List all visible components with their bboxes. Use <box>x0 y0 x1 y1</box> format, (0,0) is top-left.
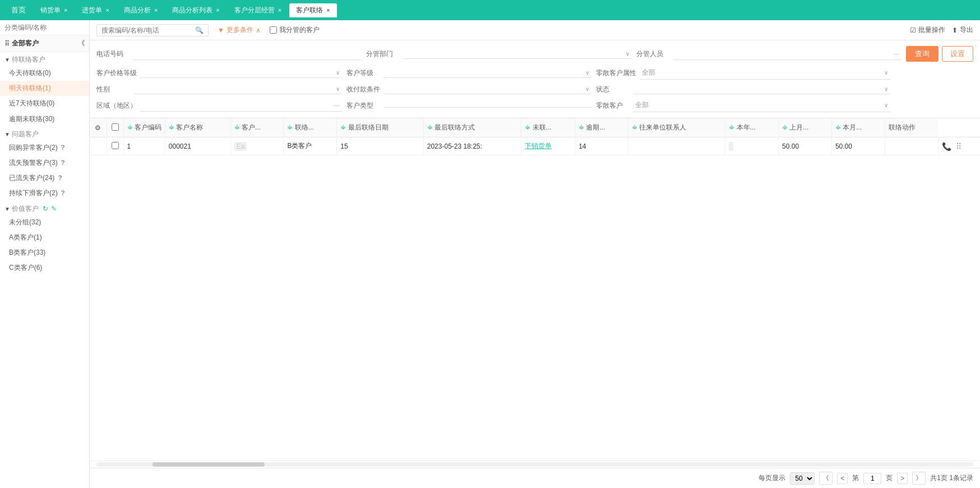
row-last-month: 50.00 <box>831 137 885 155</box>
all-customers-title[interactable]: ⠿ 全部客户 《 <box>0 35 89 52</box>
sort-icon-5: ≑ <box>340 123 346 131</box>
filter-row-1: 电话号码 分管部门 ∨ 分管人员 ··· <box>96 46 973 62</box>
nav-item-purchase[interactable]: 进货单 × <box>75 3 115 17</box>
last-contact-link[interactable]: 下销货单 <box>525 142 552 150</box>
triangle-icon-2: ▼ <box>4 131 10 137</box>
cust-type-select[interactable] <box>383 104 592 108</box>
nav-item-analysis[interactable]: 商品分析 × <box>117 3 164 17</box>
select-all-checkbox[interactable] <box>112 123 119 131</box>
nav-item-customer-contact[interactable]: 客户联络 × <box>289 3 336 17</box>
search-box: 🔍 <box>96 24 209 36</box>
manager-ellipsis-icon[interactable]: ··· <box>894 50 899 58</box>
first-page-btn[interactable]: 《 <box>819 472 833 485</box>
nav-item-customer-tier[interactable]: 客户分层经营 × <box>228 3 288 17</box>
price-level-select[interactable]: ∨ <box>140 68 342 78</box>
region-select[interactable]: ··· <box>140 100 342 112</box>
status-select[interactable]: ∨ <box>633 84 890 94</box>
main-search-icon[interactable]: 🔍 <box>195 26 204 34</box>
per-page-select[interactable]: 50 <box>790 472 815 485</box>
last-page-btn[interactable]: 》 <box>912 472 926 485</box>
sidebar-item-churned[interactable]: 已流失客户(24) ？ <box>0 171 89 186</box>
phone-input[interactable] <box>133 48 362 60</box>
group-problem-customers[interactable]: ▼ 问题客户 <box>0 127 89 140</box>
page-unit: 页 <box>886 473 893 483</box>
sidebar-item-churn-warning[interactable]: 流失预警客户(3) ？ <box>0 155 89 171</box>
customer-name-blurred: Ea <box>234 142 247 151</box>
sidebar-item-class-c[interactable]: C类客户(6) <box>0 260 89 275</box>
retail-attr-caret-icon: ∨ <box>884 70 888 76</box>
payment-select[interactable]: ∨ <box>383 84 592 94</box>
close-customer-contact-icon[interactable]: × <box>326 7 330 13</box>
nav-item-analysis-list[interactable]: 商品分析列表 × <box>165 3 226 17</box>
manager-select[interactable]: ··· <box>673 48 902 60</box>
next-page-btn[interactable]: > <box>897 473 908 484</box>
sidebar-search-input[interactable] <box>4 24 89 31</box>
prev-page-btn[interactable]: < <box>837 473 848 484</box>
dept-caret-icon: ∨ <box>626 50 630 57</box>
my-customers-checkbox-label[interactable]: 我分管的客户 <box>270 25 320 35</box>
retail-cust-select[interactable]: 全部 ∨ <box>633 99 890 112</box>
cust-level-select[interactable]: ∨ <box>383 68 592 78</box>
query-button[interactable]: 查询 <box>906 46 939 62</box>
gender-select[interactable]: ∨ <box>133 84 342 94</box>
main-search-input[interactable] <box>101 26 193 34</box>
sidebar-item-class-a[interactable]: A类客户(1) <box>0 230 89 245</box>
gear-icon[interactable]: ⚙ <box>95 124 101 132</box>
page-input[interactable] <box>863 473 881 484</box>
action-more-icon[interactable]: ⠿ <box>956 142 961 151</box>
filter-row-4: 区域（地区） ··· 客户类型 零散客户 全部 ∨ <box>96 99 973 112</box>
batch-btn[interactable]: ☑ 批量操作 <box>910 25 945 35</box>
refresh-icon[interactable]: ↻ <box>43 205 48 213</box>
row-contact-person <box>725 137 779 155</box>
filter-panel: 电话号码 分管部门 ∨ 分管人员 ··· <box>90 40 980 118</box>
filter-icon: ▼ <box>218 26 224 34</box>
scrollbar-thumb[interactable] <box>152 462 265 467</box>
row-name: Ea <box>230 137 284 155</box>
total-records-label: 共1页 1条记录 <box>930 473 973 483</box>
action-phone-icon[interactable]: 📞 <box>942 142 951 151</box>
filter-row-2: 客户价格等级 ∨ 客户等级 ∨ 零散客户属性 全部 <box>96 66 973 80</box>
retail-attr-select[interactable]: 全部 ∨ <box>640 66 890 80</box>
my-customers-checkbox[interactable] <box>270 26 277 34</box>
row-gear <box>90 137 107 155</box>
col-this-month-header: ≑ 本月... <box>831 118 885 137</box>
more-filter-btn[interactable]: ▼ 更多条件 ∧ <box>213 24 265 36</box>
toolbar-right: ☑ 批量操作 ⬆ 导出 <box>910 25 973 35</box>
sidebar-item-7days[interactable]: 近7天待联络(0) <box>0 96 89 111</box>
cust-level-caret-icon: ∨ <box>585 70 589 76</box>
scrollbar-area <box>90 461 980 468</box>
main-layout: 🔍 ⠿ 全部客户 《 ▼ 待联络客户 今天待联络(0) 明天待联络(1) 近7天… <box>0 20 980 488</box>
sidebar-item-declining[interactable]: 持续下滑客户(2) ？ <box>0 186 89 201</box>
collapse-icon[interactable]: 《 <box>78 39 85 48</box>
sidebar-item-overdue[interactable]: 逾期未联络(30) <box>0 112 89 127</box>
top-nav: 首页 销货单 × 进货单 × 商品分析 × 商品分析列表 × 客户分层经营 × … <box>0 0 980 20</box>
set-button[interactable]: 设置 <box>942 46 973 62</box>
sidebar-search-area: 🔍 <box>0 20 89 35</box>
filter-retail-attr: 零散客户属性 全部 ∨ <box>596 66 890 80</box>
close-customer-tier-icon[interactable]: × <box>278 7 281 13</box>
sort-icon-10: ≑ <box>729 123 734 131</box>
col-overdue-header: ≑ 逾期... <box>575 118 628 137</box>
close-analysis-list-icon[interactable]: × <box>216 7 219 13</box>
sidebar-item-today[interactable]: 今天待联络(0) <box>0 66 89 81</box>
region-ellipsis-icon[interactable]: ··· <box>334 102 339 109</box>
col-last-month-header: ≑ 上月... <box>779 118 832 137</box>
sidebar-item-ungrouped[interactable]: 未分组(32) <box>0 215 89 230</box>
edit-group-icon[interactable]: ✎ <box>51 205 57 213</box>
sidebar-item-tomorrow[interactable]: 明天待联络(1) <box>0 81 89 96</box>
nav-item-sales[interactable]: 销货单 × <box>34 3 74 17</box>
close-purchase-icon[interactable]: × <box>105 7 109 13</box>
close-analysis-icon[interactable]: × <box>154 7 158 13</box>
sidebar-item-repurchase-abnormal[interactable]: 回购异常客户(2) ？ <box>0 140 89 155</box>
dept-select[interactable]: ∨ <box>403 49 631 59</box>
status-caret-icon: ∨ <box>884 86 888 92</box>
close-sales-icon[interactable]: × <box>64 7 67 13</box>
row-checkbox[interactable] <box>112 142 119 149</box>
col-last-method-header: ≑ 最后联络方式 <box>423 118 521 137</box>
group-pending-contact[interactable]: ▼ 待联络客户 <box>0 52 89 66</box>
sidebar-item-class-b[interactable]: B类客户(33) <box>0 245 89 260</box>
group-value-customers[interactable]: ▼ 价值客户 ↻ ✎ <box>0 201 89 215</box>
export-btn[interactable]: ⬆ 导出 <box>952 25 973 35</box>
nav-home[interactable]: 首页 <box>4 3 33 17</box>
row-not-contacted: 14 <box>575 137 628 155</box>
